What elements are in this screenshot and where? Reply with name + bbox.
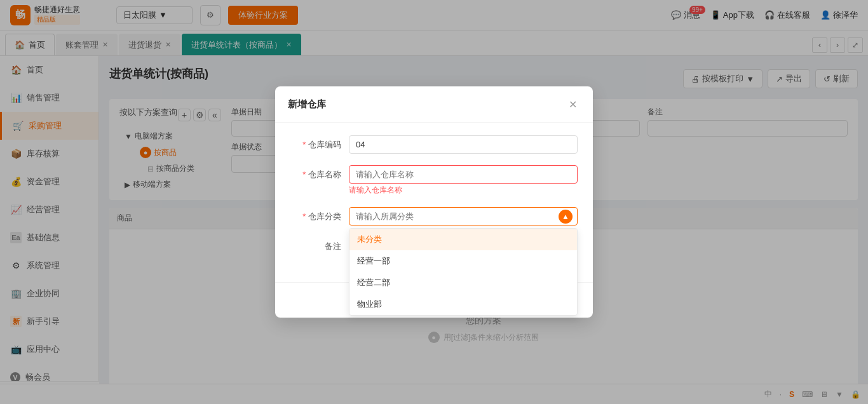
dialog-header: 新增仓库 ✕: [275, 86, 593, 123]
name-control: 请输入仓库名称: [349, 165, 578, 196]
category-toggle-button[interactable]: ▲: [559, 210, 573, 224]
dropdown-option-unclassified[interactable]: 未分类: [349, 229, 577, 250]
notes-label: 备注: [290, 237, 341, 252]
category-dropdown: 未分类 经营一部 经营二部 物业部: [349, 228, 578, 316]
dropdown-option-dept1[interactable]: 经营一部: [349, 250, 577, 272]
code-label: * 仓库编码: [290, 135, 341, 151]
category-label: * 仓库分类: [290, 207, 341, 222]
category-control: ▲ 未分类 经营一部 经营二部 物业部: [349, 207, 578, 226]
dialog-close-button[interactable]: ✕: [565, 97, 580, 112]
dropdown-option-dept3[interactable]: 物业部: [349, 293, 577, 315]
warehouse-name-input[interactable]: [349, 165, 578, 184]
warehouse-code-input[interactable]: [349, 135, 578, 154]
new-warehouse-dialog: 新增仓库 ✕ * 仓库编码 * 仓库名称: [275, 86, 593, 318]
dialog-title: 新增仓库: [288, 98, 326, 111]
form-row-category: * 仓库分类 ▲ 未分类 经营一部 经营二部 物业部: [290, 207, 578, 226]
dropdown-option-dept2[interactable]: 经营二部: [349, 272, 577, 293]
form-row-code: * 仓库编码: [290, 135, 578, 154]
modal-overlay[interactable]: 新增仓库 ✕ * 仓库编码 * 仓库名称: [0, 0, 868, 404]
category-select-input[interactable]: [349, 207, 578, 226]
dialog-body: * 仓库编码 * 仓库名称 请输入仓库名称: [275, 123, 593, 279]
form-row-name: * 仓库名称 请输入仓库名称: [290, 165, 578, 196]
name-label: * 仓库名称: [290, 165, 341, 180]
name-error-msg: 请输入仓库名称: [349, 185, 578, 196]
code-control: [349, 135, 578, 154]
